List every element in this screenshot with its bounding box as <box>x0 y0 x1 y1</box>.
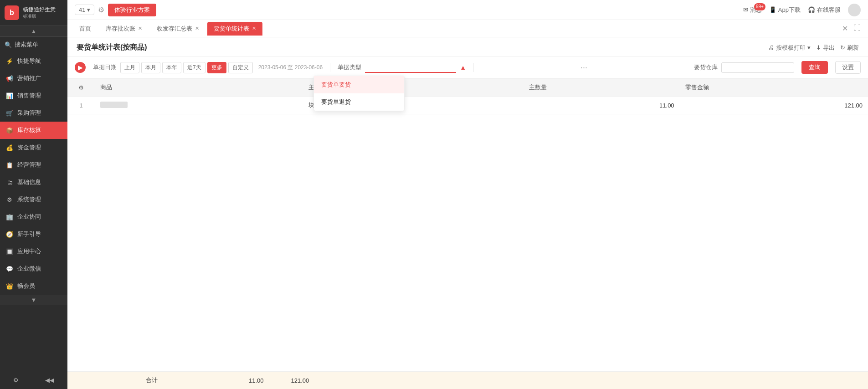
table-header-row: ⚙ 商品 主计量单位 主数量 零售金额 <box>67 79 868 97</box>
table-footer: 合计 11.00 121.00 <box>67 371 868 389</box>
online-service-label: 在线客服 <box>817 6 841 14</box>
sidebar-item-label: 企业协同 <box>17 213 41 221</box>
online-service-button[interactable]: 🎧 在线客服 <box>808 6 841 14</box>
sidebar-item-quick-nav[interactable]: ⚡ 快捷导航 <box>0 52 67 70</box>
topbar-gear-icon[interactable]: ⚙ <box>98 5 104 14</box>
page-content: 要货单统计表(按商品) 🖨 按模板打印 ▾ ⬇ 导出 ↻ 刷新 ▶ <box>67 37 868 389</box>
more-btn[interactable]: 更多 <box>207 62 226 73</box>
tab-inventory-batch-close[interactable]: ✕ <box>138 26 142 31</box>
inventory-icon: 📦 <box>5 126 14 134</box>
tab-home[interactable]: 首页 <box>73 22 98 36</box>
sidebar-item-label: 库存核算 <box>17 126 41 134</box>
export-label: 导出 <box>823 44 835 52</box>
sidebar-item-label: 基础信息 <box>17 178 41 186</box>
tab-inventory-batch-label: 库存批次账 <box>106 25 135 33</box>
tab-order-stats[interactable]: 要货单统计表 ✕ <box>207 22 262 36</box>
date-filter-buttons: 上月 本月 本年 近7天 更多 自定义 <box>120 62 253 73</box>
refresh-button[interactable]: ↻ 刷新 <box>840 44 859 52</box>
sidebar-item-sales[interactable]: 📊 销售管理 <box>0 87 67 104</box>
sidebar-item-label: 新手引导 <box>17 230 41 238</box>
dropdown-item-order[interactable]: 要货单要货 <box>314 76 404 93</box>
tab-fullscreen-button[interactable]: ⛶ <box>852 24 863 33</box>
trial-industry-button[interactable]: 体验行业方案 <box>108 4 156 16</box>
this-month-btn[interactable]: 本月 <box>141 62 160 73</box>
sidebar-item-basic[interactable]: 🗂 基础信息 <box>0 174 67 191</box>
main-area: 41 ▾ ⚙ 体验行业方案 ✉ 消息 99+ 📱 App下载 🎧 在线客服 <box>67 0 868 389</box>
filter-area: ▶ 单据日期 上月 本月 本年 近7天 更多 自定义 2023-05-06 至 … <box>67 56 868 79</box>
sidebar-item-purchase[interactable]: 🛒 采购管理 <box>0 104 67 122</box>
message-icon: ✉ <box>743 6 748 13</box>
sidebar-item-label: 应用中心 <box>17 247 41 256</box>
marketing-icon: 📢 <box>5 74 14 82</box>
tab-inventory-batch[interactable]: 库存批次账 ✕ <box>99 22 149 36</box>
sidebar-item-appstore[interactable]: 🔲 应用中心 <box>0 243 67 260</box>
tab-receive-summary[interactable]: 收发存汇总表 ✕ <box>150 22 205 36</box>
sidebar-settings-btn[interactable]: ⚙ <box>10 375 22 385</box>
headset-icon: 🎧 <box>808 6 815 13</box>
dropdown-item-return[interactable]: 要货单退货 <box>314 93 404 111</box>
sidebar-collapse-btn[interactable]: ◀◀ <box>41 375 58 385</box>
filter-settings-button[interactable]: 设置 <box>835 61 861 74</box>
type-filter-input[interactable] <box>365 62 456 73</box>
filter-more-button[interactable]: ··· <box>580 63 587 72</box>
finance-icon: 💰 <box>5 143 14 152</box>
sidebar-item-label: 经营管理 <box>17 161 41 169</box>
sidebar-item-label: 系统管理 <box>17 195 41 204</box>
sidebar-item-operations[interactable]: 📋 经营管理 <box>0 156 67 174</box>
export-icon: ⬇ <box>816 44 821 51</box>
sidebar-item-inventory[interactable]: 📦 库存核算 <box>0 122 67 139</box>
query-button[interactable]: 查询 <box>801 61 828 74</box>
page-title: 要货单统计表(按商品) <box>77 43 147 52</box>
sidebar-scroll-up[interactable]: ▲ <box>0 26 67 37</box>
sidebar-scroll-down[interactable]: ▼ <box>0 295 67 305</box>
last-month-btn[interactable]: 上月 <box>120 62 139 73</box>
last-7-days-btn[interactable]: 近7天 <box>183 62 205 73</box>
warehouse-filter-input[interactable] <box>721 62 794 73</box>
custom-btn[interactable]: 自定义 <box>228 62 253 73</box>
tab-close-all-button[interactable]: ✕ <box>840 24 850 33</box>
sidebar-item-label: 销售管理 <box>17 92 41 100</box>
row-quantity: 11.00 <box>524 97 680 114</box>
company-selector[interactable]: 41 ▾ <box>75 5 94 15</box>
row-product <box>95 97 303 114</box>
page-header: 要货单统计表(按商品) 🖨 按模板打印 ▾ ⬇ 导出 ↻ 刷新 <box>67 37 868 56</box>
sidebar-item-system[interactable]: ⚙ 系统管理 <box>0 191 67 208</box>
app-download-button[interactable]: 📱 App下载 <box>769 6 801 14</box>
messages-badge: 99+ <box>754 3 765 10</box>
this-year-btn[interactable]: 本年 <box>162 62 181 73</box>
sidebar-item-wechat[interactable]: 💬 企业微信 <box>0 260 67 277</box>
table-area: ⚙ 商品 主计量单位 主数量 零售金额 1 块 <box>67 79 868 371</box>
tab-order-stats-close[interactable]: ✕ <box>252 26 256 31</box>
sidebar-item-marketing[interactable]: 📢 营销推广 <box>0 70 67 87</box>
col-settings-header[interactable]: ⚙ <box>67 79 95 97</box>
sidebar-item-member[interactable]: 👑 畅会员 <box>0 277 67 295</box>
basic-icon: 🗂 <box>5 178 14 186</box>
type-dropdown: 要货单要货 要货单退货 <box>313 76 405 111</box>
sidebar-bottom: ⚙ ◀◀ <box>0 371 67 389</box>
sidebar-search[interactable]: 🔍 搜索菜单 <box>0 37 67 52</box>
sidebar-item-label: 营销推广 <box>17 74 41 82</box>
type-filter-arrow-icon[interactable]: ▲ <box>460 64 466 71</box>
printer-icon: 🖨 <box>768 44 774 51</box>
sidebar-item-newbie[interactable]: 🧭 新手引导 <box>0 225 67 243</box>
table-settings-icon[interactable]: ⚙ <box>78 84 84 91</box>
export-button[interactable]: ⬇ 导出 <box>816 44 835 52</box>
refresh-label: 刷新 <box>847 44 859 52</box>
newbie-icon: 🧭 <box>5 230 14 238</box>
print-button[interactable]: 🖨 按模板打印 ▾ <box>768 44 811 52</box>
purchase-icon: 🛒 <box>5 109 14 117</box>
tab-receive-summary-close[interactable]: ✕ <box>195 26 199 31</box>
sidebar-item-label: 采购管理 <box>17 109 41 117</box>
sidebar-item-finance[interactable]: 💰 资金管理 <box>0 139 67 156</box>
tab-receive-summary-label: 收发存汇总表 <box>157 25 192 33</box>
print-arrow-icon: ▾ <box>807 44 811 51</box>
messages-button[interactable]: ✉ 消息 99+ <box>743 6 762 14</box>
quick-nav-icon: ⚡ <box>5 57 14 65</box>
app-download-label: App下载 <box>778 6 801 14</box>
tab-home-label: 首页 <box>79 25 91 33</box>
user-avatar[interactable] <box>848 4 861 16</box>
sidebar-item-enterprise[interactable]: 🏢 企业协同 <box>0 208 67 225</box>
col-amount-header: 零售金额 <box>680 79 868 97</box>
table-row: 1 块 11.00 121.00 <box>67 97 868 114</box>
filter-expand-button[interactable]: ▶ <box>75 62 86 73</box>
